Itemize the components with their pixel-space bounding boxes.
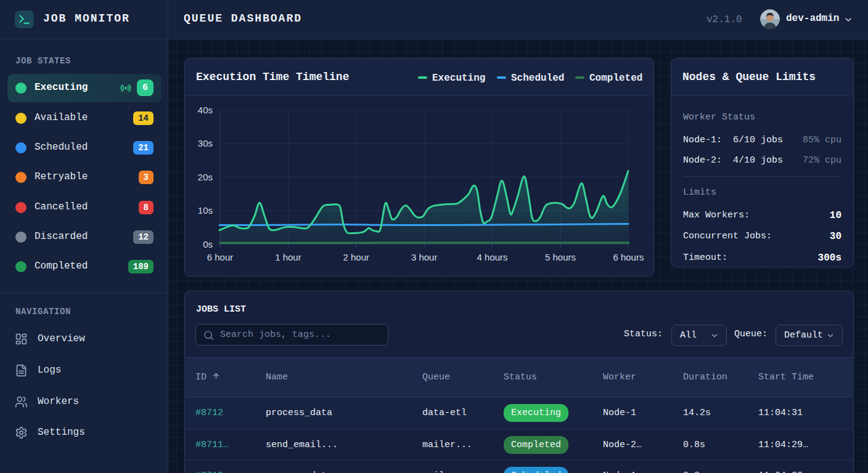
svg-text:40s: 40s (198, 105, 213, 115)
svg-text:3 hour: 3 hour (411, 252, 438, 262)
svg-text:6 hour: 6 hour (207, 252, 234, 262)
svg-text:20s: 20s (198, 172, 213, 182)
svg-text:2 hour: 2 hour (343, 252, 370, 262)
svg-text:30s: 30s (198, 138, 213, 148)
svg-text:1 hour: 1 hour (275, 252, 301, 262)
svg-text:10s: 10s (198, 205, 213, 216)
svg-text:0s: 0s (203, 239, 213, 249)
svg-text:5 hours: 5 hours (545, 252, 576, 262)
svg-text:4 hours: 4 hours (477, 252, 508, 262)
svg-text:6 hours: 6 hours (613, 252, 644, 262)
